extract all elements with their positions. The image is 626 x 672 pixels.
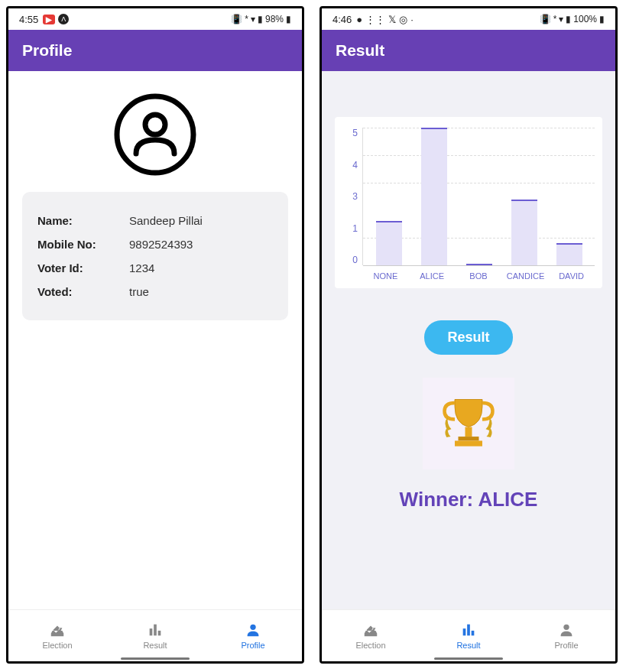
svg-rect-6 <box>465 427 472 437</box>
nav-label: Profile <box>554 641 578 650</box>
ballot-icon <box>49 622 66 638</box>
svg-rect-7 <box>459 437 479 440</box>
plot-area <box>362 128 595 265</box>
appbar: Result <box>322 30 615 71</box>
bar-none <box>376 221 402 265</box>
winner-text: Winner: ALICE <box>400 488 538 511</box>
bar-bob <box>466 264 492 265</box>
status-left-icons: ▶ Λ <box>43 14 69 24</box>
profile-value: Sandeep Pillai <box>129 214 203 227</box>
status-bar: 4:46 ● ⋮⋮ 𝕏 ◎ · 📳 * ▾ ▮ 100% ▮ <box>322 8 615 30</box>
bar-candice <box>511 200 537 265</box>
profile-row-name: Name: Sandeep Pillai <box>37 209 273 232</box>
circle-icon: ◎ <box>399 14 407 25</box>
avatar-wrap <box>22 85 288 192</box>
trophy-icon <box>434 389 503 458</box>
status-right-icons: 📳 * ▾ ▮ 100% ▮ <box>540 14 605 24</box>
appbar-title: Profile <box>22 41 72 60</box>
wifi-icon: ▾ <box>251 14 255 24</box>
chart-icon <box>147 622 164 638</box>
svg-point-5 <box>250 625 255 630</box>
y-tick: 0 <box>352 255 358 265</box>
chart-area: 5 4 3 1 0 <box>342 128 595 265</box>
svg-rect-3 <box>154 625 157 636</box>
bottom-nav: Election Result Profile <box>8 609 302 661</box>
bar-wrap <box>554 128 585 265</box>
nav-item-election[interactable]: Election <box>8 610 106 661</box>
y-axis: 5 4 3 1 0 <box>342 128 362 265</box>
svg-rect-10 <box>467 625 470 636</box>
bluetooth-icon: * <box>553 14 557 24</box>
bar-wrap <box>509 128 540 265</box>
x-tick: DAVID <box>553 271 590 281</box>
app-icon: ⋮⋮ <box>365 14 385 25</box>
phone-profile: 4:55 ▶ Λ 📳 * ▾ ▮ 98% ▮ Profile Name: <box>6 6 304 664</box>
x-tick: BOB <box>460 271 497 281</box>
svg-rect-9 <box>463 628 466 635</box>
chart-icon <box>460 622 477 638</box>
svg-point-1 <box>145 115 165 135</box>
svg-rect-8 <box>455 441 482 446</box>
person-icon <box>245 622 261 638</box>
svg-rect-2 <box>150 628 153 635</box>
app-icon: Λ <box>58 14 69 24</box>
bluetooth-icon: * <box>245 14 248 24</box>
y-tick: 4 <box>352 160 358 170</box>
appbar: Profile <box>8 30 302 71</box>
dot-icon: · <box>410 14 414 25</box>
rec-icon: ▶ <box>43 15 55 24</box>
bar-alice <box>421 128 447 265</box>
battery-percent: 98% <box>265 14 284 24</box>
phone-result: 4:46 ● ⋮⋮ 𝕏 ◎ · 📳 * ▾ ▮ 100% ▮ Result 5 … <box>319 6 618 664</box>
svg-rect-11 <box>472 631 475 635</box>
nav-label: Election <box>42 641 72 650</box>
bar-wrap <box>374 128 404 265</box>
bar-david <box>556 243 582 265</box>
bar-wrap <box>464 128 495 265</box>
nav-item-profile[interactable]: Profile <box>204 610 302 661</box>
battery-icon: ▮ <box>286 14 291 24</box>
x-tick: ALICE <box>414 271 450 281</box>
vibrate-icon: 📳 <box>540 14 551 24</box>
status-bar: 4:55 ▶ Λ 📳 * ▾ ▮ 98% ▮ <box>8 8 302 30</box>
ballot-icon <box>362 622 379 638</box>
vibrate-icon: 📳 <box>231 14 242 24</box>
x-axis: NONEALICEBOBCANDICEDAVID <box>342 265 595 281</box>
bar-wrap <box>419 128 449 265</box>
profile-value: true <box>129 285 149 298</box>
nav-label: Election <box>355 641 385 650</box>
x-tick: NONE <box>367 271 404 281</box>
user-avatar-icon <box>113 93 197 177</box>
svg-rect-4 <box>158 631 161 635</box>
profile-card: Name: Sandeep Pillai Mobile No: 98925243… <box>22 192 288 320</box>
battery-icon: ▮ <box>599 14 605 24</box>
result-button[interactable]: Result <box>424 320 512 355</box>
bottom-nav: Election Result Profile <box>322 609 615 661</box>
appbar-title: Result <box>336 41 384 60</box>
y-tick: 3 <box>352 191 358 202</box>
result-content: 5 4 3 1 0 NONEALICEBOBCANDICEDAVID Resul… <box>322 71 615 609</box>
nav-item-result[interactable]: Result <box>106 610 204 661</box>
nav-item-result[interactable]: Result <box>420 610 517 661</box>
chart-card: 5 4 3 1 0 NONEALICEBOBCANDICEDAVID <box>335 117 602 288</box>
nav-item-election[interactable]: Election <box>322 610 420 661</box>
profile-row-voterid: Voter Id: 1234 <box>37 256 273 280</box>
signal-icon: ▮ <box>566 14 571 24</box>
status-right-icons: 📳 * ▾ ▮ 98% ▮ <box>231 14 291 24</box>
profile-label: Name: <box>37 214 129 227</box>
profile-label: Mobile No: <box>37 238 129 251</box>
signal-icon: ▮ <box>258 14 263 24</box>
x-tick: CANDICE <box>507 271 543 281</box>
trophy-image <box>423 378 514 469</box>
nav-indicator <box>434 657 503 660</box>
twitter-icon: 𝕏 <box>388 14 396 25</box>
nav-indicator <box>121 657 190 660</box>
battery-percent: 100% <box>573 14 597 24</box>
status-time: 4:55 <box>19 14 38 25</box>
status-left-icons: ● ⋮⋮ 𝕏 ◎ · <box>356 14 413 25</box>
nav-item-profile[interactable]: Profile <box>517 610 615 661</box>
nav-label: Result <box>456 641 480 650</box>
nav-label: Result <box>143 641 167 650</box>
nav-label: Profile <box>241 641 264 650</box>
wifi-icon: ▾ <box>559 14 563 24</box>
